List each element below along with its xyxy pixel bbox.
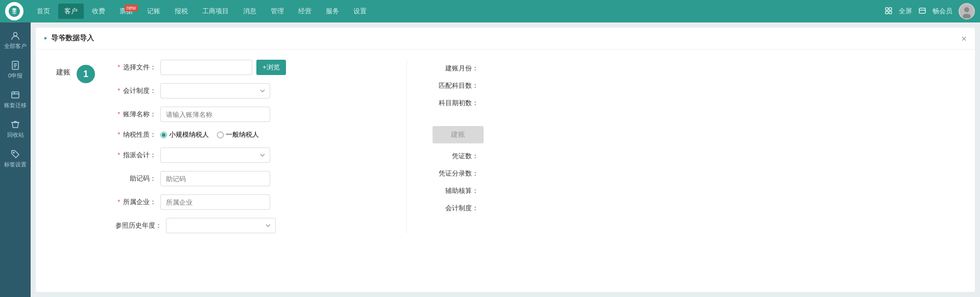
step-circle: 1 — [77, 65, 95, 83]
nav-bookkeeping[interactable]: 记账 — [141, 4, 166, 19]
file-input[interactable] — [160, 60, 252, 75]
nav-client[interactable]: 客户 — [58, 4, 84, 19]
panel: ▪ 导爷数据导入 × 建账 1 * 选择文件： — [36, 28, 975, 292]
member-icon — [918, 7, 926, 16]
avatar[interactable] — [959, 3, 975, 19]
new-badge: new — [125, 5, 138, 11]
sidebar-item-trash[interactable]: 回收站 — [0, 115, 31, 143]
nav-business[interactable]: 工商项目 — [196, 4, 235, 19]
svg-point-9 — [14, 33, 17, 36]
step-label: 建账 — [56, 68, 70, 77]
sidebar: 全部客户 0申报 账套迁移 回收站 标签设置 — [0, 22, 31, 297]
history-year-label: 参照历史年度： — [115, 221, 162, 230]
memo-row: 助记码： — [115, 171, 381, 186]
ledger-name-label: * 账簿名称： — [115, 110, 156, 119]
accounting-system-row: * 会计制度： — [115, 83, 381, 98]
svg-rect-2 — [889, 8, 892, 10]
file-row: * 选择文件： +浏览 — [115, 60, 381, 75]
nav-home[interactable]: 首页 — [31, 4, 56, 19]
company-label: * 所属企业： — [115, 197, 156, 207]
aux-accounting-label: 辅助核算： — [433, 186, 479, 195]
svg-point-7 — [964, 7, 969, 12]
voucher-row: 凭证数： — [433, 152, 535, 161]
company-row: * 所属企业： — [115, 194, 381, 210]
build-btn-container: 建账 — [433, 126, 535, 143]
form-divider — [407, 60, 407, 233]
nav-manage[interactable]: 管理 — [265, 4, 290, 19]
tax-radio-group: 小规模纳税人 一般纳税人 — [160, 130, 259, 139]
match-subject-label: 匹配科目数： — [433, 81, 479, 90]
tax-general-radio[interactable]: 一般纳税人 — [217, 130, 259, 139]
tax-nature-row: * 纳税性质： 小规模纳税人 一般纳税人 — [115, 130, 381, 139]
form-left: 建账 1 — [56, 60, 95, 233]
sidebar-item-all-clients[interactable]: 全部客户 — [0, 27, 31, 54]
match-subject-row: 匹配科目数： — [433, 81, 535, 90]
svg-rect-11 — [12, 92, 19, 98]
form-container: 建账 1 * 选择文件： +浏览 * — [36, 50, 975, 243]
fullscreen-btn[interactable] — [885, 7, 893, 16]
ledger-name-input[interactable] — [160, 107, 270, 122]
panel-header: ▪ 导爷数据导入 — [36, 28, 975, 50]
logo[interactable] — [5, 2, 23, 20]
file-label: * 选择文件： — [115, 63, 156, 72]
subject-init-label: 科目期初数： — [433, 98, 479, 108]
top-nav-right: 全屏 畅会员 — [885, 3, 975, 19]
nav-operation[interactable]: 经营 — [292, 4, 318, 19]
tax-small-radio[interactable]: 小规模纳税人 — [160, 130, 209, 139]
nav-message[interactable]: 消息 — [237, 4, 262, 19]
sidebar-item-declaration[interactable]: 0申报 — [0, 56, 31, 84]
nav-ticket[interactable]: 票据 new — [113, 4, 139, 19]
aux-accounting-row: 辅助核算： — [433, 186, 535, 195]
build-month-label: 建账月份： — [433, 64, 479, 73]
voucher-entries-row: 凭证分录数： — [433, 169, 535, 178]
panel-title: 导爷数据导入 — [51, 34, 94, 43]
nav-charge[interactable]: 收费 — [86, 4, 111, 19]
nav-tax[interactable]: 报税 — [169, 4, 194, 19]
fullscreen-label[interactable]: 全屏 — [899, 7, 912, 16]
form-grid: * 选择文件： +浏览 * 会计制度： — [115, 60, 381, 233]
assign-accountant-label: * 指派会计： — [115, 151, 156, 160]
right-info: 建账月份： 匹配科目数： 科目期初数： 建账 凭证数： — [433, 60, 535, 233]
panel-icon: ▪ — [44, 34, 47, 43]
memo-input[interactable] — [160, 171, 270, 186]
tax-nature-label: * 纳税性质： — [115, 130, 156, 139]
close-button[interactable]: × — [961, 34, 967, 44]
required-mark: * — [117, 63, 120, 71]
memo-label: 助记码： — [115, 174, 156, 183]
history-year-row: 参照历史年度： — [115, 218, 381, 233]
right-accounting-system-row: 会计制度： — [433, 204, 535, 213]
voucher-label: 凭证数： — [433, 152, 479, 161]
history-year-select[interactable] — [166, 218, 276, 233]
subject-init-row: 科目期初数： — [433, 98, 535, 108]
svg-point-12 — [13, 152, 14, 153]
svg-rect-1 — [886, 8, 888, 10]
sidebar-item-migration[interactable]: 账套迁移 — [0, 86, 31, 113]
nav-settings[interactable]: 设置 — [347, 4, 373, 19]
svg-rect-5 — [919, 8, 925, 13]
svg-rect-4 — [889, 11, 892, 14]
svg-rect-3 — [886, 11, 888, 14]
sidebar-item-tags[interactable]: 标签设置 — [0, 145, 31, 172]
member-label[interactable]: 畅会员 — [933, 7, 952, 16]
main-content: ▪ 导爷数据导入 × 建账 1 * 选择文件： — [31, 22, 980, 297]
company-input[interactable] — [160, 194, 270, 210]
ledger-name-row: * 账簿名称： — [115, 107, 381, 122]
assign-accountant-select[interactable] — [160, 147, 270, 163]
nav-service[interactable]: 服务 — [320, 4, 345, 19]
accounting-system-label: * 会计制度： — [115, 86, 156, 95]
assign-accountant-row: * 指派会计： — [115, 147, 381, 163]
build-month-row: 建账月份： — [433, 64, 535, 73]
browse-button[interactable]: +浏览 — [256, 60, 286, 75]
right-accounting-system-label: 会计制度： — [433, 204, 479, 213]
top-nav: 首页 客户 收费 票据 new 记账 报税 工商项目 消息 管理 经营 服务 设… — [0, 0, 980, 22]
accounting-system-select[interactable] — [160, 83, 270, 98]
voucher-entries-label: 凭证分录数： — [433, 169, 479, 178]
build-button[interactable]: 建账 — [433, 126, 484, 143]
